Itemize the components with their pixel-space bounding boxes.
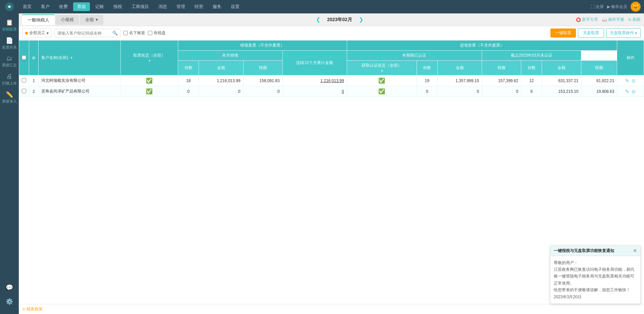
row1-edit-icon[interactable]: ✎ [625,78,629,83]
row1-s-count: 18 [178,75,199,86]
no-disk-ticket-button[interactable]: 无盘取票 [578,28,604,38]
search-input[interactable] [57,31,111,36]
sidebar-label-scan-upload: 扫描上传 [2,81,17,85]
notification-header: 一键报税与无盘取票功能恢复通知 ✕ [550,246,640,256]
nav-manage[interactable]: 管理 [172,2,189,11]
row2-actions: ✎ ⊙ [617,86,644,97]
employee-filter-label: 全部员工 [29,30,45,36]
search-box: 🔍 [54,29,121,37]
sidebar: 📋 智能取票 📄 发票开具 🗂 票据汇总 🖨 扫描上传 ✏️ 票据录入 💬 ⚙️ [0,13,19,314]
th-u-count: 份数 [521,61,542,75]
toolbar: 全部员工 ▾ 🔍 名下账套 有税盘 一键取票 无盘取票 [19,26,644,40]
cert-sort-icon: ▼ [380,69,384,73]
cert-status-icon2: ✅ [378,88,385,94]
nav-right: ⛶ 全屏 ▶ 畅享会员 🐱 [591,2,641,12]
row2-p-tax: 0 [482,86,521,97]
th-cert-status: 获取认证状态（全部） ▼ [347,61,417,75]
nav-tax[interactable]: 报税 [109,2,126,11]
row2-p-count: 0 [417,86,437,97]
sidebar-item-invoice-open[interactable]: 📄 发票开具 [1,35,18,52]
employee-filter[interactable]: 全部员工 ▾ [22,28,52,38]
tab-general-taxpayer[interactable]: 一般纳税人 [22,14,55,25]
fullscreen-button[interactable]: ⛶ 全屏 [591,4,604,10]
nav-customer[interactable]: 客户 [37,2,54,11]
nav-settings[interactable]: 设置 [227,2,244,11]
row2-view-icon[interactable]: ⊙ [632,89,636,94]
row1-check[interactable] [22,78,26,82]
no-disk-ops-arrow: ▾ [635,31,637,36]
nav-fee[interactable]: 收费 [55,2,72,11]
notification-close-button[interactable]: ✕ [633,248,637,253]
row1-p-amount: 1,357,999.10 [437,75,482,86]
row1-customer: 河北柯瑞梳实业有限公司 [39,75,121,86]
row1-s-amount: 1,216,013.99 [199,75,243,86]
checkbox-account-input[interactable] [123,31,128,35]
nav-invoice[interactable]: 票据 [73,2,90,11]
nav-home[interactable]: 首页 [19,2,36,11]
row2-u-tax: 19,808.63 [581,86,617,97]
sidebar-item-entry[interactable]: ✏️ 票据录入 [1,89,18,106]
th-sales-group: 销项发票（不含作废票） [178,41,347,51]
vip-button[interactable]: ▶ 畅享会员 [607,4,627,10]
row2-index: 2 [29,86,39,97]
th-s-amount: 金额 [199,61,243,75]
bottom-bar: ⊙ 税务政策 [19,304,644,314]
nav-business[interactable]: 工商项目 [127,2,153,11]
nav-service[interactable]: 服务 [209,2,225,11]
search-icon[interactable]: 🔍 [112,30,118,36]
checkbox-taxdisk[interactable]: 有税盘 [148,30,166,36]
th-monthly-sales: 本月销项 [178,51,283,61]
th-p-tax: 税额 [482,61,521,75]
prev-month-button[interactable]: ❮ [316,16,320,23]
th-uncertified: 截止2023年03月未认证 [482,51,581,61]
row1-index: 1 [29,75,39,86]
sidebar-item-scan-upload[interactable]: 🖨 扫描上传 [1,71,18,87]
nav-message[interactable]: 消息 [154,2,171,11]
row1-u-tax: 81,822.21 [581,75,617,86]
row2-cumulative[interactable]: 0 [282,86,347,97]
tab-all[interactable]: 全能 ▾ [80,15,103,25]
toolbar-right: 一键取票 无盘取票 无盘取票操作 ▾ [550,28,641,38]
one-click-ticket-button[interactable]: 一键取票 [550,28,576,38]
checkbox-account[interactable]: 名下账套 [123,30,145,36]
notification-line-3: 给您带来的不便敬请谅解，祝您工作愉快！ [554,287,637,293]
nav-bookkeeping[interactable]: 记账 [91,2,108,11]
th-cancel-status: 取票状态（全部） ▼ [120,41,178,75]
settings-icon: ⚙️ [6,298,13,305]
th-u-amount: 金额 [542,61,581,75]
notification-line-1: 尊敬的用户： [554,259,637,266]
th-s-tax: 税额 [243,61,282,75]
nav-operations[interactable]: 经营 [191,2,207,11]
sidebar-item-smart-ticket[interactable]: 📋 智能取票 [1,17,18,34]
row2-edit-icon[interactable]: ✎ [625,89,629,94]
cancel-sort-icon: ▼ [148,59,151,63]
row1-actions: ✎ ⊙ [617,75,644,86]
main-layout: 📋 智能取票 📄 发票开具 🗂 票据汇总 🖨 扫描上传 ✏️ 票据录入 💬 ⚙️ [0,13,644,314]
sidebar-item-summary[interactable]: 🗂 票据汇总 [1,53,18,69]
invoice-open-icon: 📄 [6,37,13,44]
manual-button[interactable]: 📖 操作手册 [602,17,624,22]
user-avatar[interactable]: 🐱 [631,2,641,12]
tab-small-scale[interactable]: 小规模 [55,15,79,25]
new-guide-button[interactable]: ⭕ 新手引导 [576,17,598,22]
checkbox-account-label: 名下账套 [129,30,145,36]
tax-policy-link[interactable]: ⊙ 税务政策 [22,306,43,312]
no-disk-ops-button[interactable]: 无盘取票操作 ▾ [606,28,641,38]
row2-cancel-status: ✅ [120,86,178,97]
row1-cumulative[interactable]: 1,216,013.99 [282,75,347,86]
checkbox-taxdisk-input[interactable] [148,31,152,35]
row1-cancel-status: ✅ [120,75,178,86]
refresh-button[interactable]: ↻ 刷新 [628,17,641,22]
th-checkbox [19,41,29,75]
row1-checkbox [19,75,29,86]
select-all-checkbox[interactable] [22,55,26,60]
sidebar-item-settings[interactable]: ⚙️ [1,296,18,307]
main-table: ⚙ 客户名称(全部) ▼ 取票状态（全部） ▼ 销项发票（不含作废票） 进项发票… [19,40,644,97]
row1-cert-status: ✅ [347,75,417,86]
th-certified: 本期期已认证 [347,51,482,61]
row1-view-icon[interactable]: ⊙ [632,78,636,83]
row2-check[interactable] [22,89,26,93]
top-nav: 首页 客户 收费 票据 记账 报税 工商项目 消息 管理 经营 服务 设置 ⛶ … [0,0,644,13]
next-month-button[interactable]: ❯ [359,16,363,23]
sidebar-item-chat[interactable]: 💬 [1,282,18,293]
